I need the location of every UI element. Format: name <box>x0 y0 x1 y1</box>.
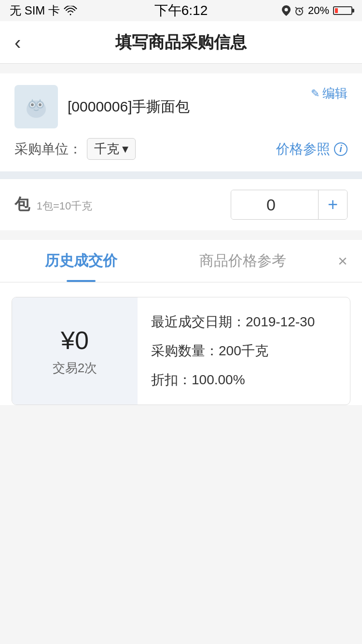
close-button[interactable]: × <box>323 240 362 282</box>
page-title: 填写商品采购信息 <box>115 31 247 54</box>
svg-point-0 <box>284 8 288 12</box>
package-label: 包 1包=10千克 <box>14 194 92 215</box>
nav-bar: ‹ 填写商品采购信息 <box>0 21 362 64</box>
location-icon <box>282 5 291 16</box>
history-trades-count: 交易2次 <box>53 360 97 377</box>
product-thumbnail <box>14 85 58 128</box>
product-card: [0000006]手撕面包 ✎ 编辑 采购单位： 千克 ▾ 价格参照 i <box>0 73 362 171</box>
battery-icon <box>333 6 352 15</box>
wifi-icon <box>64 6 77 15</box>
status-carrier: 无 SIM 卡 <box>10 3 77 18</box>
info-icon: i <box>334 142 348 156</box>
quantity-row: 包 1包=10千克 + <box>0 179 362 230</box>
back-button[interactable]: ‹ <box>14 33 21 52</box>
history-date-row: 最近成交日期：2019-12-30 <box>151 312 336 332</box>
divider <box>0 171 362 179</box>
history-price-value: ¥0 <box>61 326 89 355</box>
quantity-input[interactable] <box>231 190 318 219</box>
quantity-control: + <box>231 190 348 220</box>
history-discount-row: 折扣：100.00% <box>151 370 336 390</box>
history-details: 最近成交日期：2019-12-30 采购数量：200千克 折扣：100.00% <box>138 297 350 405</box>
svg-point-12 <box>39 103 42 106</box>
history-price-section: ¥0 交易2次 <box>12 297 138 405</box>
product-name: [0000006]手撕面包 <box>68 97 190 117</box>
battery-text: 20% <box>308 4 329 17</box>
unit-label: 采购单位： <box>14 140 82 158</box>
main-content <box>0 420 362 644</box>
svg-point-11 <box>31 103 34 106</box>
tab-history-price[interactable]: 历史成交价 <box>0 240 162 282</box>
price-reference-button[interactable]: 价格参照 i <box>276 140 348 158</box>
product-logo <box>22 92 51 121</box>
reference-panel: 历史成交价 商品价格参考 × ¥0 交易2次 最近成交日期：2019-12-30… <box>0 240 362 405</box>
svg-line-5 <box>301 7 303 9</box>
quantity-plus-button[interactable]: + <box>318 190 347 219</box>
unit-selector[interactable]: 千克 ▾ <box>87 138 136 160</box>
edit-icon: ✎ <box>311 87 320 100</box>
product-info: [0000006]手撕面包 <box>14 85 190 128</box>
edit-button[interactable]: ✎ 编辑 <box>311 85 348 102</box>
tab-product-price-ref[interactable]: 商品价格参考 <box>162 240 323 282</box>
carrier-text: 无 SIM 卡 <box>10 3 60 18</box>
svg-line-4 <box>295 7 297 9</box>
tab-active-indicator <box>67 280 96 282</box>
status-right: 20% <box>282 4 352 17</box>
tab-bar: 历史成交价 商品价格参考 × <box>0 240 362 282</box>
alarm-icon <box>294 5 304 16</box>
status-time: 下午6:12 <box>154 1 208 20</box>
history-qty-row: 采购数量：200千克 <box>151 341 336 361</box>
history-card: ¥0 交易2次 最近成交日期：2019-12-30 采购数量：200千克 折扣：… <box>12 297 350 405</box>
chevron-down-icon: ▾ <box>122 141 128 156</box>
status-bar: 无 SIM 卡 下午6:12 20% <box>0 0 362 21</box>
